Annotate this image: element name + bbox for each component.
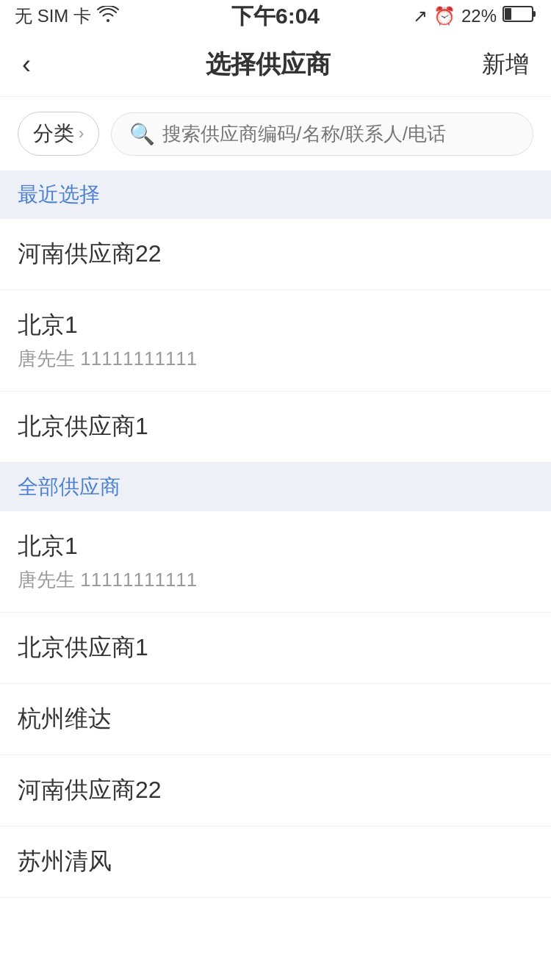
location-icon: ↗ (413, 6, 428, 26)
category-button[interactable]: 分类 › (18, 112, 99, 156)
list-item-1-1[interactable]: 北京供应商1 (0, 613, 551, 684)
alarm-icon: ⏰ (433, 6, 455, 26)
list-item-name-1-2: 杭州维达 (18, 703, 533, 735)
list-item-1-4[interactable]: 苏州清风 (0, 826, 551, 898)
list-item-1-2[interactable]: 杭州维达 (0, 684, 551, 755)
list-item-0-1[interactable]: 北京1唐先生 11111111111 (0, 290, 551, 392)
category-arrow-icon: › (79, 124, 84, 143)
search-input-wrap[interactable]: 🔍 (111, 112, 533, 156)
search-icon: 🔍 (129, 122, 155, 146)
list-item-0-2[interactable]: 北京供应商1 (0, 392, 551, 463)
status-left: 无 SIM 卡 (15, 4, 119, 28)
section-header-1: 全部供应商 (0, 463, 551, 511)
list-item-1-3[interactable]: 河南供应商22 (0, 755, 551, 826)
category-label: 分类 (33, 120, 74, 148)
section-header-0: 最近选择 (0, 170, 551, 219)
svg-rect-1 (505, 8, 511, 20)
battery-text: 22% (461, 6, 497, 26)
search-area: 分类 › 🔍 (0, 97, 551, 170)
svg-rect-2 (533, 11, 536, 17)
list-item-name-0-2: 北京供应商1 (18, 411, 533, 443)
list-item-name-0-0: 河南供应商22 (18, 238, 533, 270)
add-button[interactable]: 新增 (470, 48, 529, 81)
section-header-text-0: 最近选择 (18, 183, 100, 206)
list-item-name-1-0: 北京1 (18, 530, 533, 563)
status-right: ↗ ⏰ 22% (413, 5, 536, 27)
nav-bar: ‹ 选择供应商 新增 (0, 32, 551, 97)
battery-icon (503, 5, 536, 27)
list-item-1-0[interactable]: 北京1唐先生 11111111111 (0, 511, 551, 613)
list-item-name-1-1: 北京供应商1 (18, 632, 533, 664)
list-item-sub-0-1: 唐先生 11111111111 (18, 346, 533, 372)
back-button[interactable]: ‹ (22, 49, 66, 80)
search-input[interactable] (162, 123, 515, 145)
status-bar: 无 SIM 卡 下午6:04 ↗ ⏰ 22% (0, 0, 551, 32)
section-header-text-1: 全部供应商 (18, 475, 120, 498)
list-item-sub-1-0: 唐先生 11111111111 (18, 567, 533, 593)
list-item-0-0[interactable]: 河南供应商22 (0, 219, 551, 290)
status-time: 下午6:04 (231, 1, 320, 32)
wifi-icon (97, 6, 119, 26)
page-title: 选择供应商 (206, 48, 331, 82)
list-item-name-1-4: 苏州清风 (18, 846, 533, 878)
list-container: 最近选择河南供应商22北京1唐先生 11111111111北京供应商1全部供应商… (0, 170, 551, 898)
list-item-name-1-3: 河南供应商22 (18, 774, 533, 807)
list-item-name-0-1: 北京1 (18, 309, 533, 342)
no-sim-text: 无 SIM 卡 (15, 4, 91, 28)
